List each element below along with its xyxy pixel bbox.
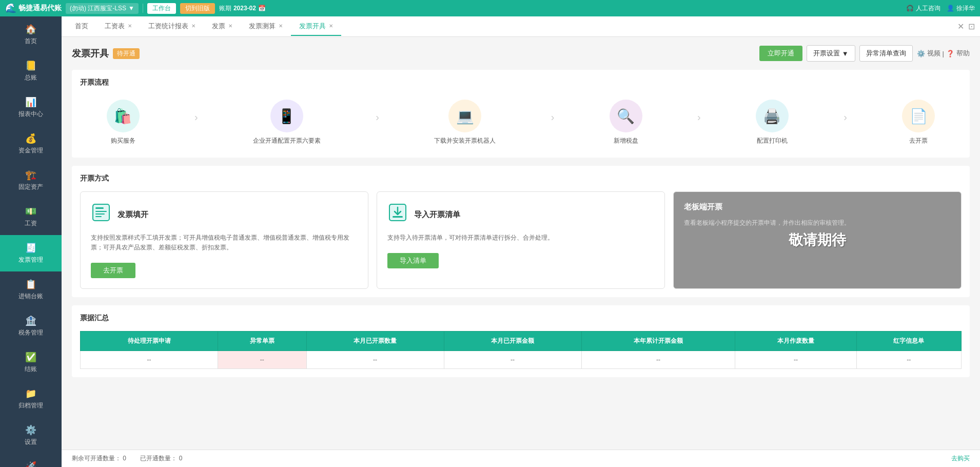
manual-fill-title: 发票填开 — [117, 210, 148, 220]
sidebar: 🏠 首页 📒 总账 📊 报表中心 💰 资金管理 🏗️ 固定资产 💵 工资 🧾 发… — [0, 16, 62, 467]
sidebar-item-report-center[interactable]: 📊 报表中心 — [0, 89, 62, 126]
status-badge: 待开通 — [113, 48, 140, 59]
sidebar-item-purchase-sales[interactable]: 📋 进销台账 — [0, 271, 62, 308]
import-list-desc: 支持导入待开票清单，可对待开票清单进行拆分、合并处理。 — [387, 233, 654, 243]
workstation-button[interactable]: 工作台 — [147, 3, 176, 14]
tab-invoice-tools-label: 发票开具 — [299, 22, 326, 31]
manual-fill-header: 发票填开 — [91, 202, 358, 227]
tab-invoice-tools[interactable]: 发票开具 ✕ — [291, 17, 341, 36]
app-name: 畅捷通易代账 — [18, 4, 62, 13]
calendar-icon[interactable]: 📅 — [258, 5, 266, 12]
process-section: 开票流程 🛍️ 购买服务 › 📱 企业开通配置开票六要素 › 💻 下载并 — [72, 70, 970, 158]
tab-salary-table-close[interactable]: ✕ — [128, 23, 132, 29]
user-avatar[interactable]: 👤 徐泽华 — [947, 4, 975, 13]
sidebar-item-payroll[interactable]: 💵 工资 — [0, 199, 62, 235]
download-robot-icon: 💻 — [448, 100, 481, 132]
settlement-icon: ✅ — [25, 352, 36, 363]
company-name: (勿动) 江西服宝-LSS — [70, 4, 126, 13]
sidebar-item-settlement[interactable]: ✅ 结账 — [0, 344, 62, 381]
close-all-tabs-button[interactable]: ✕ — [957, 22, 964, 31]
val-monthly-amount: -- — [444, 351, 581, 369]
tab-salary-report[interactable]: 工资统计报表 ✕ — [140, 17, 204, 36]
summary-table: 待处理开票申请 异常单票 本月已开票数量 本月已开票金额 本年累计开票金额 本月… — [80, 331, 962, 369]
summary-data-row: -- -- -- -- -- -- -- — [81, 351, 962, 369]
col-monthly-count: 本月已开票数量 — [306, 332, 444, 351]
old-version-button[interactable]: 切到旧版 — [180, 3, 215, 14]
company-selector[interactable]: (勿动) 江西服宝-LSS ▼ — [66, 3, 139, 14]
sidebar-item-general-ledger[interactable]: 📒 总账 — [0, 53, 62, 89]
abnormal-query-button[interactable]: 异常清单查询 — [859, 45, 913, 62]
settings-dropdown-icon: ▼ — [842, 50, 849, 57]
sidebar-item-settings[interactable]: ⚙️ 设置 — [0, 417, 62, 454]
bottom-info: 剩余可开通数量： 0 已开通数量： 0 — [72, 454, 182, 463]
val-yearly-amount: -- — [581, 351, 735, 369]
dropdown-icon: ▼ — [128, 5, 134, 12]
immediate-open-button[interactable]: 立即开通 — [759, 46, 802, 61]
fund-icon: 💰 — [25, 133, 36, 144]
import-list-header: 导入开票清单 — [387, 202, 654, 227]
tab-home-label: 首页 — [75, 22, 88, 31]
tab-invoice-tools-close[interactable]: ✕ — [329, 23, 333, 29]
val-red-info: -- — [856, 351, 961, 369]
svg-rect-1 — [95, 207, 104, 209]
buy-link[interactable]: 去购买 — [951, 454, 970, 463]
import-list-button[interactable]: 导入清单 — [387, 253, 439, 268]
payroll-icon: 💵 — [25, 206, 36, 217]
sidebar-label-settlement: 结账 — [25, 365, 37, 374]
tab-home[interactable]: 首页 — [67, 17, 96, 36]
config-printer-label: 配置打印机 — [757, 137, 788, 145]
manual-fill-button[interactable]: 去开票 — [91, 263, 135, 278]
view-label[interactable]: 视频 — [927, 49, 940, 58]
val-abnormal: -- — [218, 351, 306, 369]
tab-invoice[interactable]: 发票 ✕ — [204, 17, 241, 36]
help-icon: ❓ — [946, 50, 954, 57]
sidebar-item-archive-management[interactable]: 📁 归档管理 — [0, 381, 62, 417]
svg-rect-4 — [95, 216, 102, 217]
sidebar-item-new-user-guide[interactable]: 🚀 新手引导 — [0, 454, 62, 467]
summary-section-title: 票据汇总 — [80, 314, 962, 323]
tab-invoice-calc[interactable]: 发票测算 ✕ — [241, 17, 291, 36]
user-service[interactable]: 🎧 人工咨询 — [906, 4, 940, 13]
report-icon: 📊 — [25, 96, 36, 108]
sidebar-item-invoice-management[interactable]: 🧾 发票管理 — [0, 235, 62, 271]
process-step-issue-invoice[interactable]: 📄 去开票 — [902, 100, 935, 145]
divider — [143, 4, 143, 13]
sidebar-label-archive-management: 归档管理 — [18, 401, 43, 410]
app-logo: 🌊 畅捷通易代账 — [5, 3, 62, 14]
boss-invoice-desc: 查看老板端小程序提交的开票申请，并作出相应的审核管理。 — [684, 218, 951, 228]
svg-rect-3 — [95, 213, 105, 215]
page-title-area: 发票开具 待开通 — [72, 47, 140, 60]
home-icon: 🏠 — [25, 24, 36, 35]
process-step-download-robot[interactable]: 💻 下载并安装开票机器人 — [434, 100, 496, 145]
process-step-add-taxbox[interactable]: 🔍 新增税盘 — [610, 100, 642, 145]
sidebar-label-home: 首页 — [25, 37, 37, 46]
svg-rect-0 — [93, 204, 109, 221]
sidebar-label-settings: 设置 — [25, 438, 37, 446]
method-card-manual-fill: 发票填开 支持按照发票样式手工填开发票；可开具增值税电子普通发票、增值税普通发票… — [80, 191, 368, 289]
tab-salary-report-close[interactable]: ✕ — [191, 23, 195, 29]
tab-invoice-calc-close[interactable]: ✕ — [279, 23, 283, 29]
val-monthly-count: -- — [306, 351, 444, 369]
restore-tabs-button[interactable]: ⊡ — [968, 22, 975, 31]
content-area: 首页 工资表 ✕ 工资统计报表 ✕ 发票 ✕ 发票测算 ✕ 发票开具 ✕ — [62, 16, 980, 467]
process-step-config-elements[interactable]: 📱 企业开通配置开票六要素 — [253, 100, 321, 145]
tab-invoice-close[interactable]: ✕ — [228, 23, 232, 29]
guide-icon: 🚀 — [25, 461, 36, 467]
sidebar-item-tax-management[interactable]: 🏦 税务管理 — [0, 308, 62, 344]
sidebar-item-home[interactable]: 🏠 首页 — [0, 16, 62, 53]
sidebar-label-fixed-assets: 固定资产 — [18, 183, 43, 191]
config-printer-icon: 🖨️ — [756, 100, 789, 132]
import-list-title: 导入开票清单 — [414, 210, 460, 220]
process-step-buy-service[interactable]: 🛍️ 购买服务 — [107, 100, 140, 145]
sidebar-item-fund-management[interactable]: 💰 资金管理 — [0, 126, 62, 162]
process-step-config-printer[interactable]: 🖨️ 配置打印机 — [756, 100, 789, 145]
sidebar-item-fixed-assets[interactable]: 🏗️ 固定资产 — [0, 162, 62, 199]
tab-salary-table[interactable]: 工资表 ✕ — [96, 17, 140, 36]
open-settings-label: 开票设置 — [813, 49, 840, 58]
boss-invoice-title: 老板端开票 — [684, 202, 722, 212]
help-label[interactable]: 帮助 — [956, 49, 970, 58]
manual-fill-icon — [91, 202, 111, 227]
page-header: 发票开具 待开通 立即开通 开票设置 ▼ 异常清单查询 ⚙️ 视频 | ❓ — [72, 45, 970, 62]
open-settings-button[interactable]: 开票设置 ▼ — [807, 45, 855, 62]
buy-service-label: 购买服务 — [111, 137, 135, 145]
